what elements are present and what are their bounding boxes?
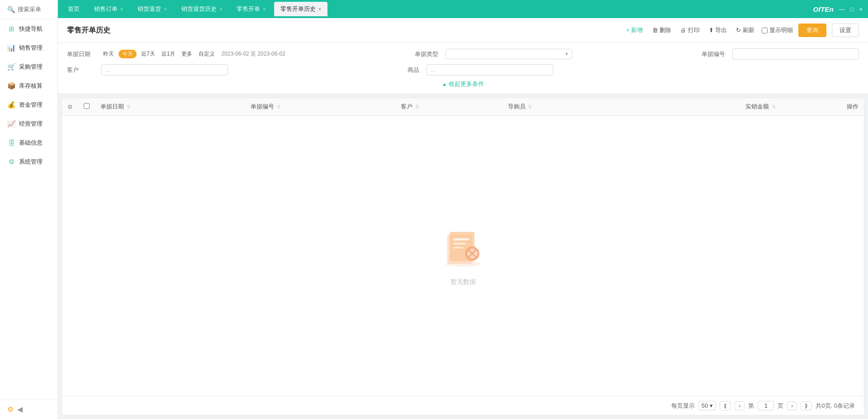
sidebar-gear-button[interactable]: ⚙ (7, 405, 14, 414)
sort-customer-icon[interactable]: ⇅ (415, 104, 419, 109)
table-checkbox-header[interactable] (78, 98, 95, 116)
last-page-button[interactable]: ⟫ (801, 401, 812, 410)
sort-guide-icon[interactable]: ⇅ (528, 104, 532, 109)
customer-input[interactable]: ... (101, 64, 228, 75)
filter-row-1: 单据日期 昨天 今天 近7天 近1月 更多 自定义 2023-06-02 至 2… (67, 48, 859, 60)
date-custom[interactable]: 自定义 (197, 50, 217, 58)
prev-page-button[interactable]: ‹ (735, 401, 745, 410)
collapse-label: 收起更多条件 (449, 80, 484, 88)
sidebar-search-label: 搜索采单 (18, 5, 41, 14)
page-number-input[interactable]: 1 (758, 401, 774, 410)
date-last-month[interactable]: 近1月 (160, 50, 177, 58)
doc-number-input[interactable] (732, 48, 859, 60)
per-page-chevron: ▾ (710, 402, 713, 409)
doc-type-label: 单据类型 (415, 50, 438, 58)
tab-retail-open-history-close[interactable]: × (318, 6, 321, 12)
filter-row-2: 客户 ... 商品 ... (67, 64, 859, 75)
sidebar-item-label: 系统管理 (19, 158, 43, 166)
date-more[interactable]: 更多 (180, 50, 194, 58)
chevron-up-icon: ▲ (442, 81, 447, 87)
page-content: 零售开单历史 + 新增 🗑 删除 🖨 打印 ⬆ 导出 ↻ 刷新 显示明细 查询 … (58, 18, 868, 419)
col-number: 单据编号 ⇅ (245, 98, 395, 116)
sidebar-item-inventory[interactable]: 📦 库存核算 (0, 76, 57, 95)
table-settings-icon[interactable]: ⚙ (67, 104, 73, 110)
sys-mgmt-icon: ⚙ (7, 158, 15, 166)
finance-icon: 💰 (7, 101, 15, 109)
sidebar-item-business[interactable]: 📈 经营管理 (0, 114, 57, 133)
display-toggle-checkbox[interactable] (762, 28, 768, 33)
tab-sales-return-history-label: 销货退货历史 (181, 5, 217, 13)
sort-date-icon[interactable]: ⇅ (127, 104, 131, 109)
date-today[interactable]: 今天 (119, 50, 137, 58)
col-guide-label: 导购员 (508, 103, 526, 110)
doc-number-label: 单据编号 (702, 50, 725, 58)
brand-label: OfTEn (813, 5, 834, 13)
tab-sales-return-history[interactable]: 销货退货历史 × (175, 2, 228, 16)
empty-state: 暂无数据 (62, 116, 864, 396)
add-button[interactable]: + 新增 (624, 25, 645, 35)
sidebar: 🔍 搜索采单 ⊞ 快捷导航 📊 销售管理 🛒 采购管理 📦 库存核算 💰 资金管… (0, 0, 58, 419)
settings-button[interactable]: 设置 (832, 24, 859, 37)
purchase-mgmt-icon: 🛒 (7, 63, 15, 71)
date-last7[interactable]: 近7天 (139, 50, 157, 58)
tab-sales-return[interactable]: 销货退货 × (131, 2, 173, 16)
tab-sales-return-close[interactable]: × (164, 6, 166, 12)
next-page-button[interactable]: › (787, 401, 797, 410)
tab-home-label: 首页 (68, 5, 80, 13)
date-yesterday[interactable]: 昨天 (101, 50, 116, 58)
header-actions: + 新增 🗑 删除 🖨 打印 ⬆ 导出 ↻ 刷新 显示明细 查询 设置 (624, 24, 859, 37)
table-settings-header[interactable]: ⚙ (62, 98, 78, 116)
sidebar-item-finance[interactable]: 💰 资金管理 (0, 95, 57, 114)
customer-label: 客户 (67, 66, 94, 74)
close-button[interactable]: × (859, 6, 863, 13)
doc-type-select[interactable]: ▾ (446, 49, 572, 59)
per-page-select[interactable]: 50 ▾ (698, 401, 716, 410)
window-controls: OfTEn — □ × (813, 5, 863, 13)
goods-input[interactable]: ... (427, 64, 553, 75)
topbar: 首页 销售订单 × 销货退货 × 销货退货历史 × 零售开单 × 零售开单历史 … (58, 0, 868, 18)
sidebar-item-label: 销售管理 (19, 44, 43, 52)
svg-rect-5 (453, 247, 463, 249)
sidebar-item-sales-mgmt[interactable]: 📊 销售管理 (0, 38, 57, 57)
quick-nav-icon: ⊞ (7, 25, 15, 33)
sidebar-item-sys-mgmt[interactable]: ⚙ 系统管理 (0, 152, 57, 171)
col-amount: 实销金额 ⇅ (631, 98, 781, 116)
tab-retail-open[interactable]: 零售开单 × (230, 2, 272, 16)
tab-retail-open-close[interactable]: × (263, 6, 266, 12)
print-button[interactable]: 🖨 打印 (678, 25, 702, 35)
sidebar-item-purchase-mgmt[interactable]: 🛒 采购管理 (0, 57, 57, 76)
refresh-button[interactable]: ↻ 刷新 (734, 25, 756, 35)
col-date-label: 单据日期 (100, 103, 124, 110)
tab-retail-open-label: 零售开单 (237, 5, 260, 13)
collapse-filter-button[interactable]: ▲ 收起更多条件 (67, 80, 859, 88)
sidebar-collapse-button[interactable]: ◀ (17, 405, 23, 414)
tab-retail-open-history[interactable]: 零售开单历史 × (274, 2, 327, 16)
maximize-button[interactable]: □ (850, 6, 854, 13)
business-icon: 📈 (7, 120, 15, 128)
tab-sales-order[interactable]: 销售订单 × (88, 2, 129, 16)
tab-home[interactable]: 首页 (62, 2, 86, 16)
delete-button[interactable]: 🗑 删除 (650, 25, 674, 35)
inventory-icon: 📦 (7, 82, 15, 90)
select-all-checkbox[interactable] (84, 103, 90, 109)
sort-number-icon[interactable]: ⇅ (277, 104, 281, 109)
svg-rect-4 (453, 243, 466, 245)
sidebar-search[interactable]: 🔍 搜索采单 (0, 0, 57, 19)
sort-amount-icon[interactable]: ⇅ (772, 104, 776, 109)
minimize-button[interactable]: — (839, 6, 845, 13)
sidebar-item-label: 资金管理 (19, 101, 43, 109)
sidebar-item-label: 采购管理 (19, 63, 43, 71)
page-header: 零售开单历史 + 新增 🗑 删除 🖨 打印 ⬆ 导出 ↻ 刷新 显示明细 查询 … (58, 18, 868, 43)
sidebar-item-basic-info[interactable]: 🗄 基础信息 (0, 133, 57, 152)
per-page-value: 50 (702, 402, 708, 409)
first-page-button[interactable]: ⟪ (720, 401, 731, 410)
export-button[interactable]: ⬆ 导出 (707, 25, 729, 35)
date-filter-label: 单据日期 (67, 50, 94, 58)
sidebar-item-label: 经营管理 (19, 120, 43, 128)
display-toggle[interactable]: 显示明细 (762, 26, 793, 34)
col-date: 单据日期 ⇅ (95, 98, 245, 116)
sidebar-item-quick-nav[interactable]: ⊞ 快捷导航 (0, 19, 57, 38)
tab-sales-order-close[interactable]: × (120, 6, 123, 12)
tab-sales-return-history-close[interactable]: × (219, 6, 222, 12)
query-button[interactable]: 查询 (798, 24, 826, 37)
